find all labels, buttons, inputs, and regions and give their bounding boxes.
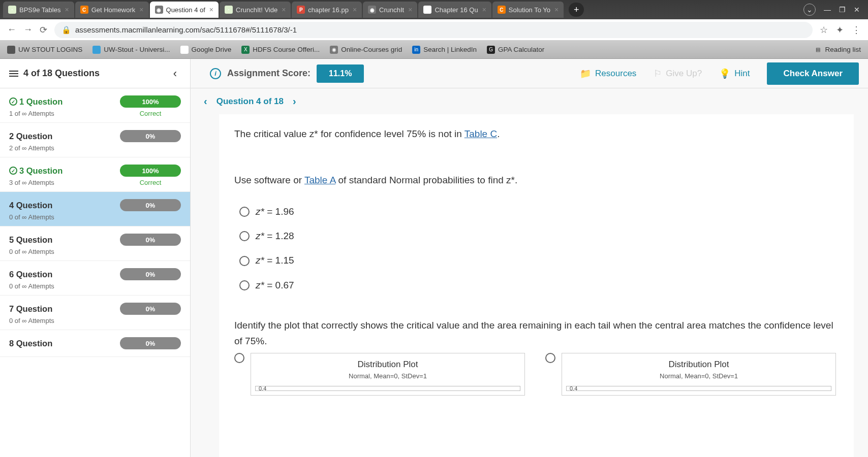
table-a-link[interactable]: Table A xyxy=(304,175,335,185)
resources-button[interactable]: 📁 Resources xyxy=(580,68,636,79)
reload-icon[interactable]: ⟳ xyxy=(40,24,47,36)
browser-tab[interactable]: CSolution To Yo× xyxy=(492,2,564,18)
radio-icon[interactable] xyxy=(239,280,250,290)
attempts-label: 0 of ∞ Attempts xyxy=(9,248,54,255)
question-title: 7 Question xyxy=(9,304,52,314)
list-icon: ▤ xyxy=(814,46,822,54)
bookmark-label: UW STOUT LOGINS xyxy=(18,46,82,53)
option-text: z* = 0.67 xyxy=(256,278,294,293)
info-icon[interactable]: i xyxy=(210,68,221,79)
favicon-icon: ◉ xyxy=(368,6,376,14)
plot-option-2[interactable]: Distribution Plot Normal, Mean=0, StDev=… xyxy=(545,353,836,396)
question-content: The critical value z* for confidence lev… xyxy=(219,114,854,457)
next-question-icon[interactable]: › xyxy=(293,95,296,107)
close-icon[interactable]: × xyxy=(554,6,559,14)
plot-options-row: Distribution Plot Normal, Mean=0, StDev=… xyxy=(234,353,839,396)
main-panel: i Assignment Score: 11.1% 📁 Resources ⚐ … xyxy=(191,59,868,457)
top-toolbar: i Assignment Score: 11.1% 📁 Resources ⚐ … xyxy=(191,59,868,88)
bookmark-favicon-icon: ◉ xyxy=(330,46,338,54)
close-icon[interactable]: × xyxy=(482,6,486,14)
bookmarks-bar: UW STOUT LOGINSUW-Stout - Universi...▲Go… xyxy=(0,41,868,59)
answer-option[interactable]: z* = 1.96 xyxy=(239,200,839,224)
browser-tab[interactable]: Pchapter 16.pp× xyxy=(292,2,362,18)
question-title: 6 Question xyxy=(9,270,52,279)
bookmark-label: GPA Calculator xyxy=(498,46,544,53)
question-item[interactable]: 5 Question0%0 of ∞ Attempts xyxy=(0,226,190,261)
check-answer-button[interactable]: Check Answer xyxy=(767,62,859,85)
bookmark-favicon-icon: ▲ xyxy=(180,46,189,54)
bookmark-item[interactable]: GGPA Calculator xyxy=(487,46,544,54)
browser-tab[interactable]: ◉Question 4 of× xyxy=(150,2,219,18)
radio-icon[interactable] xyxy=(234,353,244,363)
bookmark-label: Online-Courses grid xyxy=(341,46,402,53)
minimize-icon[interactable]: — xyxy=(824,6,831,14)
bookmark-label: Google Drive xyxy=(192,46,232,53)
collapse-sidebar-icon[interactable]: ‹ xyxy=(173,67,181,80)
bookmark-item[interactable]: UW STOUT LOGINS xyxy=(7,46,82,54)
radio-icon[interactable] xyxy=(545,353,555,363)
browser-tab[interactable]: ·BPS9e Tables× xyxy=(3,2,74,18)
question-item[interactable]: ✓3 Question100%3 of ∞ AttemptsCorrect xyxy=(0,157,190,192)
close-icon[interactable]: × xyxy=(65,6,69,14)
reading-list-button[interactable]: ▤ Reading list xyxy=(814,46,861,54)
close-icon[interactable]: × xyxy=(209,6,213,14)
extensions-icon[interactable]: ✦ xyxy=(836,24,844,36)
bookmark-item[interactable]: UW-Stout - Universi... xyxy=(92,46,170,54)
bookmark-item[interactable]: inSearch | LinkedIn xyxy=(412,46,477,54)
tab-label: Chapter 16 Qu xyxy=(435,6,478,14)
bookmark-item[interactable]: ◉Online-Courses grid xyxy=(330,46,402,54)
prev-question-icon[interactable]: ‹ xyxy=(204,95,207,107)
close-icon[interactable]: × xyxy=(139,6,143,14)
question-title: 5 Question xyxy=(9,235,52,245)
correct-label: Correct xyxy=(120,110,181,117)
bookmark-item[interactable]: XHDFS Course Offeri... xyxy=(241,46,320,54)
radio-icon[interactable] xyxy=(239,207,250,217)
sidebar-header: 4 of 18 Questions ‹ xyxy=(0,59,190,88)
forward-icon[interactable]: → xyxy=(23,24,33,35)
bookmark-star-icon[interactable]: ☆ xyxy=(820,24,828,36)
radio-icon[interactable] xyxy=(239,256,250,266)
question-title: ✓1 Question xyxy=(9,97,63,107)
question-nav: ‹ Question 4 of 18 › xyxy=(191,88,868,114)
prompt-line-2: Use software or Table A of standard Norm… xyxy=(234,173,839,188)
question-item[interactable]: 8 Question0% xyxy=(0,330,190,357)
table-c-link[interactable]: Table C xyxy=(464,128,497,139)
tabs-dropdown-icon[interactable]: ⌄ xyxy=(803,4,816,16)
radio-icon[interactable] xyxy=(239,231,250,241)
hint-button[interactable]: 💡 Hint xyxy=(719,68,750,79)
question-item[interactable]: ✓1 Question100%1 of ∞ AttemptsCorrect xyxy=(0,88,190,123)
assignment-score: i Assignment Score: 11.1% xyxy=(210,64,364,83)
hamburger-icon[interactable] xyxy=(9,69,18,78)
bookmark-item[interactable]: ▲Google Drive xyxy=(180,46,232,54)
browser-tab[interactable]: ◉CrunchIt× xyxy=(363,2,417,18)
close-icon[interactable]: × xyxy=(353,6,357,14)
question-item[interactable]: 2 Question0%2 of ∞ Attempts xyxy=(0,123,190,157)
close-window-icon[interactable]: ✕ xyxy=(854,6,860,14)
back-icon[interactable]: ← xyxy=(7,24,16,35)
question-item[interactable]: 4 Question0%0 of ∞ Attempts xyxy=(0,192,190,226)
tab-label: Solution To Yo xyxy=(509,6,550,14)
answer-option[interactable]: z* = 0.67 xyxy=(239,273,839,298)
browser-tab[interactable]: ◌Chapter 16 Qu× xyxy=(418,2,491,18)
new-tab-button[interactable]: + xyxy=(569,3,584,17)
answer-option[interactable]: z* = 1.28 xyxy=(239,224,839,248)
favicon-icon: · xyxy=(8,6,16,14)
plot-area: 0.4 xyxy=(255,386,520,391)
browser-tab[interactable]: ·CrunchIt! Vide× xyxy=(220,2,291,18)
plot-option-1[interactable]: Distribution Plot Normal, Mean=0, StDev=… xyxy=(234,353,525,396)
question-title: 8 Question xyxy=(9,339,52,348)
close-icon[interactable]: × xyxy=(408,6,412,14)
prompt-line-1: The critical value z* for confidence lev… xyxy=(234,126,839,142)
question-item[interactable]: 7 Question0%0 of ∞ Attempts xyxy=(0,296,190,330)
restore-icon[interactable]: ❐ xyxy=(839,6,846,14)
browser-tab[interactable]: CGet Homework× xyxy=(75,2,149,18)
score-pill: 0% xyxy=(120,234,181,246)
question-item[interactable]: 6 Question0%0 of ∞ Attempts xyxy=(0,261,190,296)
answer-option[interactable]: z* = 1.15 xyxy=(239,248,839,273)
url-input[interactable]: 🔒 assessments.macmillanlearning.com/sac/… xyxy=(54,22,813,38)
score-pill: 0% xyxy=(120,337,181,349)
score-pill: 100% xyxy=(120,95,181,108)
menu-icon[interactable]: ⋮ xyxy=(852,24,861,36)
window-controls: ⌄—❐✕ xyxy=(803,4,865,16)
close-icon[interactable]: × xyxy=(282,6,286,14)
